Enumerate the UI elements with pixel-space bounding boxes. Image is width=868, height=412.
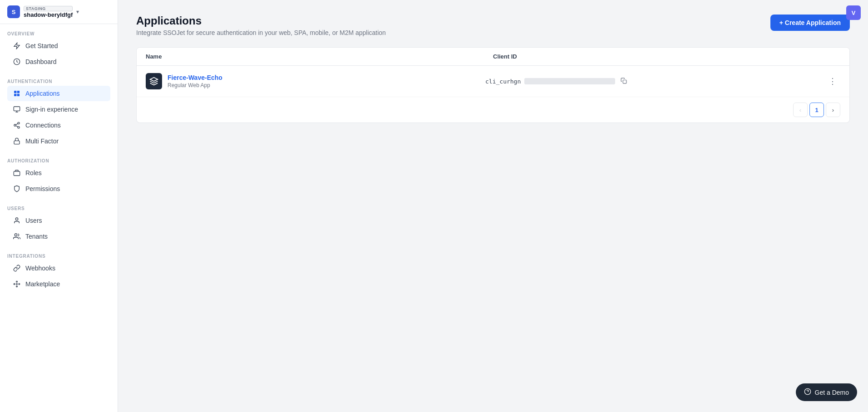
sidebar-item-label: Users — [25, 217, 42, 224]
svg-line-12 — [16, 126, 18, 127]
svg-point-16 — [15, 218, 18, 220]
tenants-icon — [13, 232, 21, 240]
sidebar-item-label: Permissions — [25, 185, 60, 192]
svg-point-21 — [14, 284, 15, 285]
overview-section: OVERVIEW Get Started Dashboard — [0, 24, 118, 72]
sidebar-item-label: Dashboard — [25, 58, 57, 65]
integrations-label: INTEGRATIONS — [7, 254, 114, 259]
overview-label: OVERVIEW — [7, 31, 114, 36]
app-name-block: Fierce-Wave-Echo Regular Web App — [168, 74, 222, 88]
users-section: USERS Users Tenants — [0, 199, 118, 246]
app-name: Fierce-Wave-Echo — [168, 74, 222, 81]
svg-point-9 — [18, 122, 20, 124]
col-header-name: Name — [146, 53, 493, 60]
sidebar-item-roles[interactable]: Roles — [7, 165, 110, 181]
users-label: USERS — [7, 206, 114, 211]
sidebar: S STAGING shadow-beryldfgf ▾ OVERVIEW Ge… — [0, 0, 118, 412]
sidebar-item-marketplace[interactable]: Marketplace — [7, 276, 110, 292]
svg-point-17 — [15, 234, 17, 236]
user-icon — [13, 216, 21, 225]
sidebar-item-label: Tenants — [25, 233, 48, 240]
svg-marker-0 — [14, 43, 20, 49]
shield-icon — [13, 185, 21, 193]
monitor-icon — [13, 105, 21, 113]
svg-point-10 — [14, 124, 16, 126]
authorization-label: AUTHORIZATION — [7, 158, 114, 163]
svg-rect-23 — [623, 80, 627, 83]
sidebar-item-tenants[interactable]: Tenants — [7, 229, 110, 244]
brand-name: shadow-beryldfgf — [24, 11, 73, 18]
row-actions: ⋮ — [825, 74, 840, 88]
main-content: Applications Integrate SSOJet for secure… — [118, 0, 868, 412]
more-actions-button[interactable]: ⋮ — [825, 74, 840, 88]
svg-rect-5 — [17, 94, 20, 96]
svg-point-22 — [19, 284, 20, 285]
sidebar-item-get-started[interactable]: Get Started — [7, 38, 110, 54]
marketplace-icon — [13, 280, 21, 288]
sidebar-item-label: Applications — [25, 90, 60, 97]
sidebar-item-permissions[interactable]: Permissions — [7, 181, 110, 196]
sidebar-item-sign-in-experience[interactable]: Sign-in experience — [7, 102, 110, 117]
svg-point-20 — [16, 286, 18, 287]
authorization-section: AUTHORIZATION Roles Permissions — [0, 151, 118, 199]
app-icon — [146, 73, 162, 89]
sidebar-item-label: Roles — [25, 169, 42, 177]
client-id-prefix: cli_curhgn — [485, 78, 521, 85]
sidebar-item-label: Sign-in experience — [25, 106, 78, 113]
sidebar-item-dashboard[interactable]: Dashboard — [7, 54, 110, 69]
sidebar-item-label: Get Started — [25, 42, 58, 49]
copy-icon[interactable] — [619, 76, 629, 87]
sidebar-item-connections[interactable]: Connections — [7, 118, 110, 133]
brand-avatar: S — [7, 5, 20, 18]
pagination-page-1-button[interactable]: 1 — [809, 103, 824, 117]
svg-point-19 — [16, 281, 18, 282]
pagination: ‹ 1 › — [137, 97, 849, 123]
staging-badge: STAGING — [24, 6, 73, 11]
svg-rect-3 — [17, 91, 20, 93]
svg-rect-15 — [14, 172, 20, 176]
page-header: Applications Integrate SSOJet for secure… — [136, 15, 850, 36]
bolt-icon — [13, 42, 21, 50]
pagination-next-button[interactable]: › — [826, 103, 840, 117]
page-title: Applications — [136, 15, 386, 27]
get-demo-button[interactable]: Get a Demo — [796, 383, 857, 401]
svg-rect-4 — [14, 94, 16, 96]
page-header-text: Applications Integrate SSOJet for secure… — [136, 15, 386, 36]
sidebar-item-webhooks[interactable]: Webhooks — [7, 260, 110, 276]
client-id-masked — [524, 78, 615, 84]
integrations-section: INTEGRATIONS Webhooks Marketplac — [0, 246, 118, 294]
sidebar-item-label: Marketplace — [25, 280, 60, 288]
sidebar-item-applications[interactable]: Applications — [7, 86, 110, 101]
roles-icon — [13, 169, 21, 177]
sidebar-item-label: Connections — [25, 122, 61, 129]
user-avatar[interactable]: V — [846, 5, 861, 20]
create-application-button[interactable]: + Create Application — [770, 15, 850, 31]
webhooks-icon — [13, 264, 21, 272]
svg-point-18 — [16, 284, 18, 285]
demo-button-label: Get a Demo — [815, 389, 849, 396]
table-header: Name Client ID — [137, 48, 849, 66]
sidebar-item-users[interactable]: Users — [7, 213, 110, 228]
app-info-cell: Fierce-Wave-Echo Regular Web App — [146, 73, 485, 89]
authentication-section: AUTHENTICATION Applications Sign — [0, 72, 118, 151]
applications-table: Name Client ID Fierce-Wave-Echo Regular … — [136, 47, 850, 123]
svg-rect-6 — [14, 107, 20, 111]
app-type: Regular Web App — [168, 82, 222, 88]
table-row[interactable]: Fierce-Wave-Echo Regular Web App cli_cur… — [137, 66, 849, 97]
pagination-prev-button[interactable]: ‹ — [793, 103, 808, 117]
lock-icon — [13, 137, 21, 145]
page-subtitle: Integrate SSOJet for secure authenticati… — [136, 29, 386, 36]
brand-info: STAGING shadow-beryldfgf — [24, 6, 73, 18]
dashboard-icon — [13, 58, 21, 66]
sidebar-item-multi-factor[interactable]: Multi Factor — [7, 133, 110, 149]
svg-rect-2 — [14, 91, 16, 93]
applications-icon — [13, 89, 21, 98]
authentication-label: AUTHENTICATION — [7, 79, 114, 84]
brand-selector[interactable]: S STAGING shadow-beryldfgf ▾ — [7, 5, 79, 18]
brand-chevron-icon: ▾ — [76, 9, 79, 15]
col-header-client-id: Client ID — [493, 53, 840, 60]
svg-rect-14 — [14, 141, 20, 144]
connections-icon — [13, 121, 21, 129]
demo-circle-icon — [804, 388, 811, 397]
client-id-cell: cli_curhgn — [485, 76, 825, 87]
